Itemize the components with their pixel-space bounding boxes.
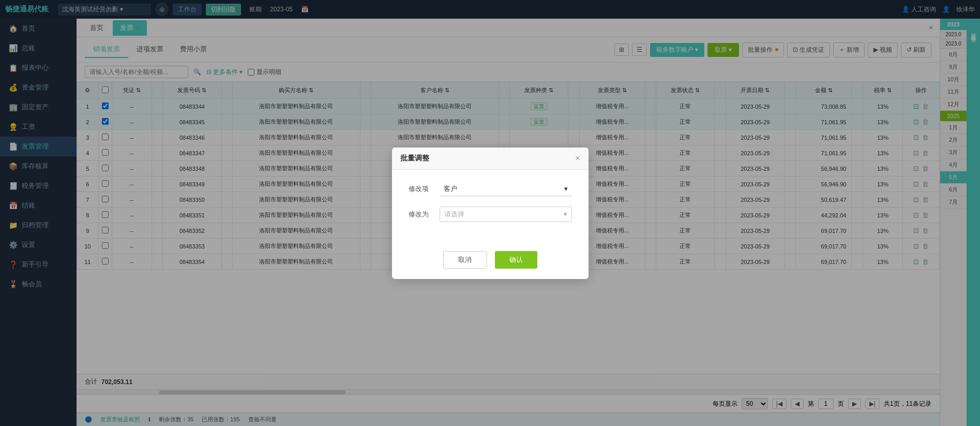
modal-close-btn[interactable]: × xyxy=(575,154,580,163)
value-row: 修改为 请选择 ▾ xyxy=(409,207,572,222)
cancel-btn[interactable]: 取消 xyxy=(443,251,487,269)
modal-header: 批量调整 × xyxy=(392,148,589,170)
field-value: 客户 xyxy=(444,184,457,194)
modal-overlay: 批量调整 × 修改项 客户 ▾ 修改为 请选择 ▾ 取消 确认 xyxy=(0,0,980,426)
field-row: 修改项 客户 ▾ xyxy=(409,182,572,196)
chevron-down-icon: ▾ xyxy=(564,210,567,218)
chevron-down-icon: ▾ xyxy=(564,185,568,193)
value-label: 修改为 xyxy=(409,210,440,219)
field-label: 修改项 xyxy=(409,184,440,194)
modal-title: 批量调整 xyxy=(400,154,429,163)
modal-footer: 取消 确认 xyxy=(392,245,589,279)
confirm-btn[interactable]: 确认 xyxy=(495,251,537,269)
batch-adjust-modal: 批量调整 × 修改项 客户 ▾ 修改为 请选择 ▾ 取消 确认 xyxy=(392,148,589,279)
field-selector[interactable]: 客户 ▾ xyxy=(440,182,572,196)
value-placeholder: 请选择 xyxy=(444,210,464,219)
value-selector[interactable]: 请选择 ▾ xyxy=(440,207,572,222)
modal-body: 修改项 客户 ▾ 修改为 请选择 ▾ xyxy=(392,170,589,245)
